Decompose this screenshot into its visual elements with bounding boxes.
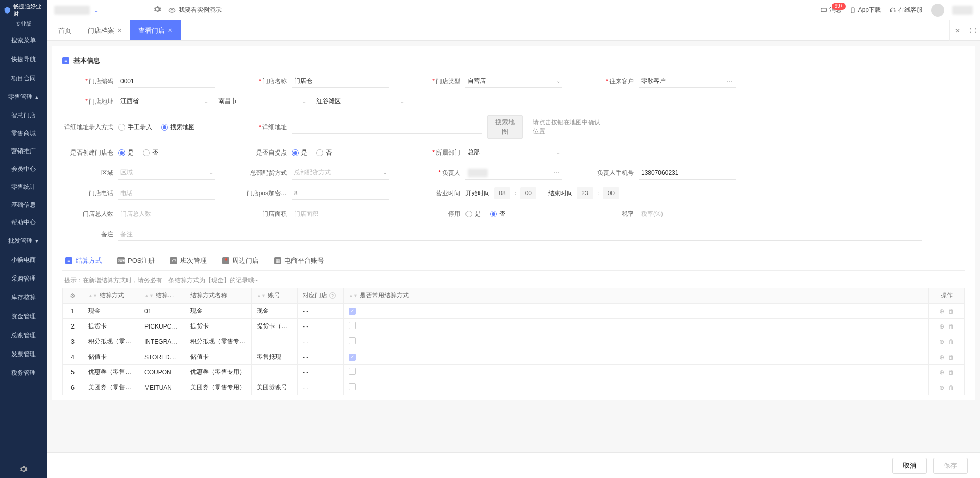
start-min-input[interactable]: 00 [520,187,536,199]
sidebar-item-1[interactable]: 快捷导航 [0,50,47,69]
sidebar-item-17[interactable]: 发票管理 [0,345,47,364]
tax-input[interactable] [639,207,736,220]
content-scroll[interactable]: ≡ 基本信息 *门店编码 *门店名称 *门店类型 自营店⌄ [47,41,980,452]
sidebar-settings[interactable] [0,460,47,478]
tab-close-icon[interactable]: ✕ [117,27,122,34]
disabled-yes-radio[interactable]: 是 [465,210,481,218]
subtab-2[interactable]: ⏱班次管理 [169,251,208,270]
remark-input[interactable] [118,228,922,241]
sidebar-item-15[interactable]: 资金管理 [0,307,47,326]
sort-icon[interactable]: ▲▼ [88,295,97,297]
subtab-0[interactable]: ≡结算方式 [64,251,103,270]
owner-select[interactable]: xx⋯ [465,166,562,180]
sidebar-item-3[interactable]: 零售管理▲ [0,88,47,107]
table-row[interactable]: 2提货卡PICKUPC…提货卡提货卡（…- -⊕🗑 [63,319,965,334]
sidebar-item-4[interactable]: 智慧门店 [0,107,47,124]
sort-icon[interactable]: ▲▼ [144,295,154,297]
sidebar-item-9[interactable]: 基础信息 [0,196,47,214]
tab-close-icon[interactable]: ✕ [168,27,173,34]
app-download-button[interactable]: App下载 [850,6,881,14]
sort-icon[interactable]: ▲▼ [349,295,358,297]
department-select[interactable]: 总部⌄ [465,146,562,159]
region-select[interactable]: 区域⌄ [118,166,215,180]
detail-address-input[interactable] [292,120,482,134]
fullscreen-button[interactable]: ⛶ [965,20,980,41]
sidebar-item-8[interactable]: 零售统计 [0,178,47,196]
sidebar-item-2[interactable]: 项目合同 [0,69,47,88]
subtab-1[interactable]: ⌨POS注册 [116,251,156,270]
sidebar-item-7[interactable]: 会员中心 [0,160,47,178]
disabled-no-radio[interactable]: 否 [490,210,505,218]
customer-service-button[interactable]: 在线客服 [889,6,923,14]
table-row[interactable]: 1现金01现金现金- -✓⊕🗑 [63,304,965,319]
store-type-select[interactable]: 自营店⌄ [465,74,562,88]
sidebar-item-18[interactable]: 税务管理 [0,364,47,383]
cancel-button[interactable]: 取消 [892,458,927,474]
add-row-icon[interactable]: ⊕ [939,354,944,361]
tab-0[interactable]: 首页 [50,20,80,40]
org-selector[interactable]: xxxxx ⌄ [54,6,146,15]
sidebar-item-16[interactable]: 总账管理 [0,326,47,345]
subtab-4[interactable]: ▦电商平台账号 [273,251,325,270]
search-map-button[interactable]: 搜索地图 [487,115,522,139]
city-select[interactable]: 南昌市⌄ [216,95,308,108]
sidebar-item-13[interactable]: 采购管理 [0,269,47,288]
sidebar-item-0[interactable]: 搜索菜单 [0,31,47,50]
avatar[interactable] [931,4,944,17]
sidebar-item-12[interactable]: 小畅电商 [0,250,47,269]
create-wh-yes-radio[interactable]: 是 [118,148,134,157]
delete-row-icon[interactable]: 🗑 [948,323,954,330]
table-row[interactable]: 3积分抵现（零售…INTEGRA…积分抵现（零售专…- -⊕🗑 [63,334,965,349]
store-name-input[interactable] [292,74,389,88]
area-input[interactable] [292,207,389,220]
common-checkbox[interactable] [349,322,356,329]
addr-mode-map-radio[interactable]: 搜索地图 [161,123,195,132]
table-row[interactable]: 6美团券（零售专…MEITUAN美团券（零售专用）美团券账号- -⊕🗑 [63,380,965,395]
add-row-icon[interactable]: ⊕ [939,338,944,345]
delete-row-icon[interactable]: 🗑 [948,308,954,315]
demo-link[interactable]: 我要看实例演示 [168,6,222,14]
add-row-icon[interactable]: ⊕ [939,384,944,391]
table-row[interactable]: 5优惠券（零售专…COUPON优惠券（零售专用）- -⊕🗑 [63,365,965,380]
province-select[interactable]: 江西省⌄ [118,95,210,108]
sidebar-item-11[interactable]: 批发管理▼ [0,232,47,250]
delete-row-icon[interactable]: 🗑 [948,384,954,391]
close-tab-button[interactable]: ✕ [949,20,965,41]
sidebar-item-14[interactable]: 库存核算 [0,288,47,307]
store-phone-input[interactable] [118,187,215,200]
common-checkbox[interactable] [349,337,356,344]
common-checkbox[interactable]: ✓ [349,354,356,361]
common-checkbox[interactable]: ✓ [349,308,356,315]
start-hour-input[interactable]: 08 [494,187,510,199]
district-select[interactable]: 红谷滩区⌄ [314,95,406,108]
save-button[interactable]: 保存 [933,458,968,474]
messages-button[interactable]: 消息 99+ [820,6,842,14]
common-checkbox[interactable] [349,368,356,375]
table-row[interactable]: 4储值卡STORED…储值卡零售抵现- -✓⊕🗑 [63,349,965,365]
store-code-input[interactable] [118,74,215,88]
sort-icon[interactable]: ▲▼ [257,295,266,297]
sidebar-item-10[interactable]: 帮助中心 [0,214,47,232]
self-pickup-yes-radio[interactable]: 是 [292,148,307,157]
add-row-icon[interactable]: ⊕ [939,308,944,315]
sidebar-item-6[interactable]: 营销推广 [0,142,47,160]
delete-row-icon[interactable]: 🗑 [948,369,954,376]
tab-2[interactable]: 查看门店✕ [130,20,181,40]
add-row-icon[interactable]: ⊕ [939,369,944,376]
headcount-input[interactable] [118,207,215,220]
end-min-input[interactable]: 00 [603,187,619,199]
subtab-3[interactable]: 📍周边门店 [221,251,260,270]
sidebar-item-5[interactable]: 零售商城 [0,124,47,142]
create-wh-no-radio[interactable]: 否 [143,148,158,157]
self-pickup-no-radio[interactable]: 否 [316,148,332,157]
tab-1[interactable]: 门店档案✕ [80,20,130,40]
help-icon[interactable]: ? [329,292,336,299]
end-hour-input[interactable]: 23 [577,187,593,199]
customer-select[interactable]: 零散客户⋯ [639,74,736,88]
owner-phone-input[interactable] [639,166,736,180]
dist-mode-select[interactable]: 总部配货方式⌄ [292,166,389,180]
settings-icon[interactable] [153,5,161,15]
add-row-icon[interactable]: ⊕ [939,323,944,330]
delete-row-icon[interactable]: 🗑 [948,338,954,345]
delete-row-icon[interactable]: 🗑 [948,354,954,361]
